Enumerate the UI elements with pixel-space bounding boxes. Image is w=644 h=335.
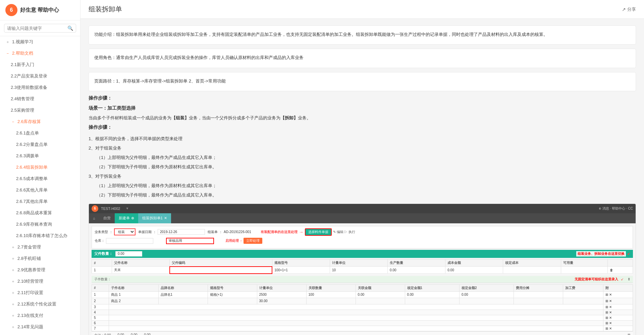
mock-field-type: 业务类型： 组装 拆卸	[95, 228, 136, 235]
sidebar-item-capital[interactable]: ＋ 2.7资金管理	[0, 241, 80, 253]
mock-select-btn[interactable]: 选择料件单据	[305, 228, 332, 236]
sidebar-item-stock-query[interactable]: 2.6.9库存账本查询	[0, 219, 80, 230]
mock-enable-box	[166, 238, 214, 244]
plus-icon4: ＋	[11, 268, 15, 272]
nav-section: ＋ 1.视频学习 － 2.帮助文档 2.1新手入门 2.2产品安装及登录 2.3…	[0, 36, 80, 335]
mock-annotation3-wrap: 组装业务、拆卸业务在这里切换 ↙	[576, 251, 630, 257]
mock-th-spec: 规格型号	[272, 259, 330, 267]
mock-type-input-box: 组装 拆卸	[114, 228, 136, 235]
mock-tab-home[interactable]: ⌂	[89, 213, 99, 223]
mock-arrow1: →	[299, 229, 304, 235]
mock-annotation4-wrap: 启用处理 ↑ 立即处理	[166, 238, 262, 244]
sidebar-item-assembly[interactable]: 2.6.4组装拆卸单	[0, 162, 80, 173]
app-title: 好生意 帮助中心	[20, 7, 59, 14]
sidebar-item-online-pay[interactable]: ＋ 2.13在线支付	[0, 310, 80, 321]
mock-date-input[interactable]	[158, 229, 205, 235]
mock-th-cost: 成本金额	[445, 259, 503, 267]
sidebar-item-other-in[interactable]: 2.6.6其他入库单	[0, 184, 80, 196]
mock-home-icon: ⌂	[93, 216, 95, 220]
table-row: 6⊞ ✕	[92, 320, 633, 326]
table-row: 7⊞ ✕	[92, 326, 633, 331]
mock-edit-icon: ✎ 编辑 ▷ 执行	[333, 230, 355, 234]
mock-form-section: 业务类型： 组装 拆卸 单据日期：	[92, 226, 633, 248]
sidebar-item-install[interactable]: 2.2产品安装及登录	[0, 70, 80, 82]
table-row: 1 商品 1 品牌名1 规格(+1) 2500 100 0.00 0.00 0.…	[92, 291, 633, 298]
sidebar-item-new-user[interactable]: 2.1新手入门	[0, 59, 80, 70]
mock-screenshot: 6 TEST-H002 ▼ ⊕ 消息 · 帮助中心 · CC ⌂ 自营 新建单	[89, 204, 636, 335]
mock-nav-tabs: ⌂ 自营 新建单 ⊕ 组装拆卸单1 ✕	[89, 213, 636, 223]
step-2: 2、对于组装业务	[89, 144, 636, 153]
sidebar-item-data-prep[interactable]: 2.3使用前数据准备	[0, 82, 80, 93]
mock-execute-btn[interactable]: 立即处理	[244, 238, 262, 244]
screenshot-container: 6 TEST-H002 ▼ ⊕ 消息 · 帮助中心 · CC ⌂ 自营 新建单	[89, 204, 636, 335]
sidebar-item-other-out[interactable]: 2.6.7其他出库单	[0, 196, 80, 207]
mock-arrow3: ↙	[627, 252, 630, 256]
sidebar-item-cases[interactable]: ＋ 2.15操作案例	[0, 333, 80, 335]
sidebar-item-sales[interactable]: 2.4销售管理	[0, 93, 80, 105]
mock-close-icon: ✕	[164, 216, 167, 220]
mock-th-approved: 核定成本	[503, 259, 561, 267]
mock-org-input[interactable]	[106, 238, 153, 244]
mock-annotation1-wrap: 有装配清单的在这里处理 → 选择料件单据 ✎ 编辑 ▷ 执行	[261, 228, 355, 236]
table-row: 1 关末 100+1=1 10 0.00 0.00	[92, 267, 633, 274]
sidebar-item-cost-recompute[interactable]: 2.6.8商品成本重算	[0, 207, 80, 219]
mock-arrow4: ↑	[240, 239, 242, 243]
mock-parent-table: # 父件名称 父件编码 规格型号 计量单位 生产数量 成本金额 核定成本 可用量	[92, 259, 633, 274]
path-text: 页面路径：1、库存核算->库存管理->组装拆卸单 2、首页->常用功能	[94, 77, 630, 85]
sidebar-item-split-stocktake[interactable]: 2.6.2分量盘点单	[0, 139, 80, 150]
mock-tab-assembly[interactable]: 组装拆卸单1 ✕	[138, 213, 171, 223]
mock-th-parent-name: 父件名称	[112, 259, 170, 267]
mock-tab-new[interactable]: 新建单 ⊕	[115, 213, 138, 223]
sidebar-item-stocktake[interactable]: 2.6.1盘点单	[0, 127, 80, 139]
search-box: 🔍	[0, 20, 80, 36]
mock-parent-qty[interactable]	[115, 251, 142, 257]
main-content: 组装拆卸单 ↗ 分享 功能介绍：组装拆卸单用来处理企业组装或拆卸等加工业务，支持…	[80, 0, 644, 335]
step-3-1: （1）上部明细为父件明细，最终作为原材料生成其它出库单；	[89, 181, 636, 190]
sidebar-item-personalize[interactable]: ＋ 2.12系统个性化设置	[0, 298, 80, 310]
mock-form-row1: 业务类型： 组装 拆卸 单据日期：	[95, 228, 630, 236]
sidebar-item-account-error[interactable]: 2.6.10库存账本错了怎么办	[0, 230, 80, 241]
search-button[interactable]: 🔍	[67, 25, 73, 31]
content-area: 功能介绍：组装拆卸单用来处理企业组装或拆卸等加工业务，支持有固定装配清单的产品加…	[80, 19, 644, 335]
step-1: 1、根据不同的业务，选择不同单据的类型来处理	[89, 134, 636, 143]
plus-icon6: ＋	[11, 290, 15, 295]
plus-icon5: ＋	[11, 279, 15, 284]
mock-th-qty: 生产数量	[388, 259, 445, 267]
mock-enable-input[interactable]	[166, 238, 214, 244]
sidebar-item-docs[interactable]: － 2.帮助文档	[0, 48, 80, 59]
mock-topbar: 6 TEST-H002 ▼ ⊕ 消息 · 帮助中心 · CC	[89, 204, 636, 213]
sidebar-item-coupons[interactable]: ＋ 2.9优惠券管理	[0, 264, 80, 276]
mock-tab-self[interactable]: 自营	[99, 213, 115, 223]
mock-footer-total4: 0.00	[144, 333, 150, 335]
plus-icon7: ＋	[11, 302, 15, 306]
operation-steps-label: 操作步骤：	[89, 95, 636, 101]
sidebar-item-ops[interactable]: ＋ 2.10经营管理	[0, 276, 80, 287]
sidebar-item-inventory[interactable]: － 2.6库存核算	[0, 116, 80, 127]
step-2-2: （2）下部明细为子件明细，最终作为原材料生成其它出库单。	[89, 163, 636, 171]
mock-cell-input[interactable]	[172, 268, 199, 273]
mock-annotation1-text: 有装配清单的在这里处理	[261, 230, 298, 234]
search-input[interactable]	[7, 26, 67, 31]
sidebar-item-print[interactable]: ＋ 2.11打印设置	[0, 287, 80, 298]
table-row: 4⊞ ✕	[92, 310, 633, 315]
role-block: 使用角色：通常由生产人员或库管人员完成拆装业务的操作，库管人员确认原材料的出库和…	[89, 49, 636, 68]
sidebar-item-purchase[interactable]: 2.5采购管理	[0, 105, 80, 116]
sidebar-item-cost-adjust[interactable]: 2.6.5成本调整单	[0, 173, 80, 184]
sidebar-item-transfer[interactable]: 2.6.3调拨单	[0, 150, 80, 162]
mock-sub-table: # 子件名称 品牌名称 规格型号 计量单位 关联数量 关联金额 核定金额1 核定…	[92, 284, 633, 331]
mock-footer-total1: 合计：0.00	[94, 333, 111, 335]
path-block: 页面路径：1、库存核算->库存管理->组装拆卸单 2、首页->常用功能	[89, 72, 636, 91]
mock-form-row2: 仓库： 启用处理 ↑ 立即处理	[95, 238, 630, 244]
mock-sub-section: 子件数量： 无固定清单可组织在这里录入 ↙ ⇕	[92, 276, 633, 283]
steps-list: 1、根据不同的业务，选择不同单据的类型来处理 2、对于组装业务 （1）上部明细为…	[89, 134, 636, 200]
description-text: 功能介绍：组装拆卸单用来处理企业组装或拆卸等加工业务，支持有固定装配清单的产品加…	[94, 31, 630, 38]
share-button[interactable]: ↗ 分享	[622, 6, 636, 12]
mock-company: TEST-H002	[101, 207, 120, 211]
sidebar-item-faq[interactable]: ＋ 2.14常见问题	[0, 321, 80, 333]
mock-type-select[interactable]: 组装 拆卸	[115, 229, 135, 235]
mock-logo: 6	[92, 205, 98, 212]
sidebar-item-mobile[interactable]: ＋ 2.8手机旺铺	[0, 253, 80, 264]
sidebar-item-video[interactable]: ＋ 1.视频学习	[0, 36, 80, 48]
operation-steps-label2: 操作步骤：	[89, 124, 636, 130]
table-row: 3⊞ ✕	[92, 304, 633, 310]
